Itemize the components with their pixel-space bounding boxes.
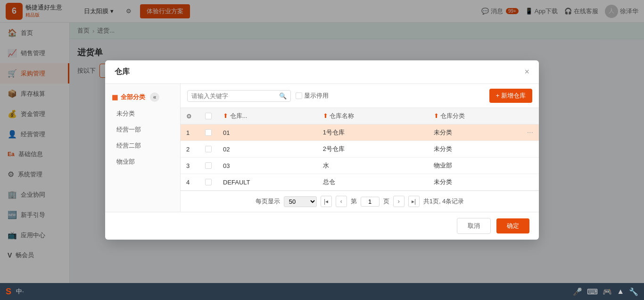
modal-body: ▦ 全部分类 « 未分类 经营一部 经营二部 物业部 🔍 xyxy=(105,84,539,91)
modal-category-sidebar: ▦ 全部分类 « 未分类 经营一部 经营二部 物业部 xyxy=(105,84,181,91)
modal-title: 仓库 xyxy=(115,67,130,77)
modal-main-panel: 🔍 显示停用 + 新增仓库 ⚙ xyxy=(181,84,539,91)
modal-close-btn[interactable]: × xyxy=(524,67,529,77)
modal-header: 仓库 × xyxy=(105,60,539,84)
modal-overlay: 仓库 × ▦ 全部分类 « 未分类 经营一部 经营二部 物业部 xyxy=(0,0,644,91)
add-warehouse-btn[interactable]: + 新增仓库 xyxy=(489,89,532,91)
warehouse-modal: 仓库 × ▦ 全部分类 « 未分类 经营一部 经营二部 物业部 xyxy=(105,60,539,91)
modal-toolbar: 🔍 显示停用 + 新增仓库 xyxy=(181,84,539,91)
modal-all-categories[interactable]: ▦ 全部分类 « xyxy=(105,89,180,91)
search-input-wrap[interactable]: 🔍 xyxy=(187,90,291,92)
